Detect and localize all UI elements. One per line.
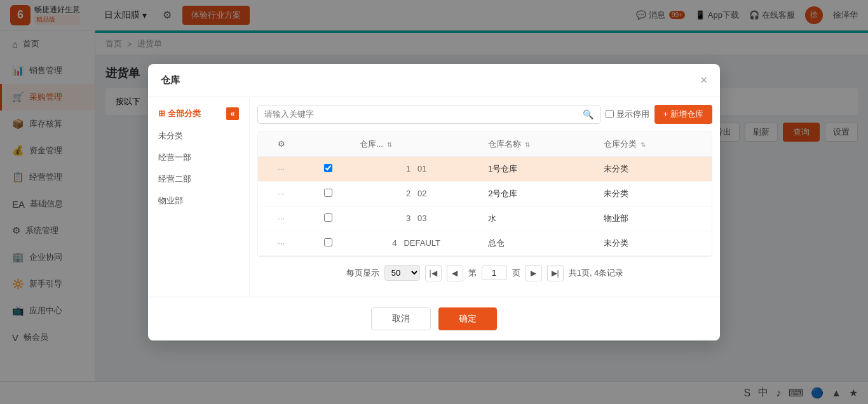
cell-num: 1 01	[352, 156, 480, 181]
modal-header: 仓库 ×	[148, 64, 720, 97]
page-number-input[interactable]	[482, 266, 507, 280]
modal-title: 仓库	[161, 74, 180, 86]
row-actions-icon[interactable]: ···	[278, 238, 285, 248]
cell-category: 未分类	[596, 231, 712, 255]
category-panel: ⊞ 全部分类 « 未分类经营一部经营二部物业部	[148, 97, 250, 297]
cell-name: 水	[480, 206, 596, 231]
warehouse-toolbar: 🔍 显示停用 + 新增仓库	[257, 105, 712, 124]
cell-checkbox	[304, 181, 352, 206]
row-actions-icon[interactable]: ···	[278, 213, 285, 223]
grid-icon: ⊞	[158, 109, 165, 118]
cell-num: 3 03	[352, 206, 480, 231]
cell-name: 总仓	[480, 231, 596, 255]
cell-checkbox	[304, 206, 352, 231]
cell-actions: ···	[258, 181, 304, 206]
cell-num: 2 02	[352, 181, 480, 206]
last-page-button[interactable]: ▶|	[547, 265, 564, 281]
search-input[interactable]	[258, 105, 576, 123]
table-row[interactable]: ··· 4 DEFAULT 总仓 未分类	[258, 231, 712, 255]
cell-actions: ···	[258, 206, 304, 231]
warehouse-table: ⚙ 仓库... ⇅ 仓库名称 ⇅ 仓库分类 ⇅ ··· 1 01 1号仓库	[257, 131, 712, 257]
th-category: 仓库分类 ⇅	[596, 132, 712, 157]
confirm-button[interactable]: 确定	[438, 307, 497, 330]
table-body: ··· 1 01 1号仓库 未分类 ··· 2 02 2号仓库 未分类 ··· …	[258, 156, 712, 255]
add-warehouse-button[interactable]: + 新增仓库	[654, 105, 712, 124]
category-item-property[interactable]: 物业部	[148, 190, 249, 212]
th-code: 仓库... ⇅	[352, 132, 480, 157]
table-header: ⚙ 仓库... ⇅ 仓库名称 ⇅ 仓库分类 ⇅	[258, 132, 712, 157]
pagination: 每页显示 50 100 200 |◀ ◀ 第 页 ▶ ▶| 共1页, 4条记录	[257, 257, 712, 289]
row-actions-icon[interactable]: ···	[278, 164, 285, 173]
cell-name: 1号仓库	[480, 156, 596, 181]
table-row[interactable]: ··· 2 02 2号仓库 未分类	[258, 181, 712, 206]
table-row[interactable]: ··· 3 03 水 物业部	[258, 206, 712, 231]
show-disabled-checkbox[interactable]	[606, 110, 614, 118]
page-label-pre: 第	[468, 267, 477, 279]
row-checkbox[interactable]	[324, 189, 332, 197]
cell-checkbox	[304, 231, 352, 255]
next-page-button[interactable]: ▶	[526, 265, 542, 281]
prev-page-button[interactable]: ◀	[447, 265, 463, 281]
warehouse-modal: 仓库 × ⊞ 全部分类 « 未分类经营一部经营二部物业部 🔍	[148, 64, 720, 340]
th-settings: ⚙	[258, 132, 304, 157]
modal-overlay: 仓库 × ⊞ 全部分类 « 未分类经营一部经营二部物业部 🔍	[0, 0, 868, 404]
category-all-item[interactable]: ⊞ 全部分类 «	[148, 102, 249, 125]
cell-name: 2号仓库	[480, 181, 596, 206]
per-page-label: 每页显示	[346, 267, 379, 279]
row-checkbox[interactable]	[324, 238, 332, 246]
per-page-select[interactable]: 50 100 200	[384, 265, 420, 281]
cell-category: 未分类	[596, 156, 712, 181]
th-name: 仓库名称 ⇅	[480, 132, 596, 157]
cell-checkbox	[304, 156, 352, 181]
category-all-label: 全部分类	[168, 108, 201, 119]
row-checkbox[interactable]	[324, 213, 332, 222]
first-page-button[interactable]: |◀	[425, 265, 442, 281]
row-checkbox[interactable]	[324, 164, 332, 172]
modal-close-button[interactable]: ×	[700, 74, 707, 86]
cell-category: 物业部	[596, 206, 712, 231]
cell-actions: ···	[258, 156, 304, 181]
cell-category: 未分类	[596, 181, 712, 206]
collapse-button[interactable]: «	[226, 107, 239, 120]
show-disabled-label[interactable]: 显示停用	[606, 109, 649, 120]
category-item-uncategorized[interactable]: 未分类	[148, 125, 249, 147]
table: ⚙ 仓库... ⇅ 仓库名称 ⇅ 仓库分类 ⇅ ··· 1 01 1号仓库	[258, 132, 712, 256]
modal-footer: 取消 确定	[148, 297, 720, 340]
table-row[interactable]: ··· 1 01 1号仓库 未分类	[258, 156, 712, 181]
row-actions-icon[interactable]: ···	[278, 189, 285, 198]
cancel-button[interactable]: 取消	[371, 307, 431, 330]
th-checkbox	[304, 132, 352, 157]
category-item-ops2[interactable]: 经营二部	[148, 168, 249, 190]
modal-body: ⊞ 全部分类 « 未分类经营一部经营二部物业部 🔍 显示停用	[148, 97, 720, 297]
show-disabled-text: 显示停用	[616, 109, 649, 120]
search-box: 🔍	[257, 105, 600, 124]
warehouse-panel: 🔍 显示停用 + 新增仓库 ⚙	[250, 97, 720, 297]
cell-num: 4 DEFAULT	[352, 231, 480, 255]
total-info: 共1页, 4条记录	[569, 267, 624, 279]
page-label: 页	[512, 267, 520, 279]
search-icon[interactable]: 🔍	[576, 105, 600, 123]
category-item-ops1[interactable]: 经营一部	[148, 147, 249, 168]
cell-actions: ···	[258, 231, 304, 255]
